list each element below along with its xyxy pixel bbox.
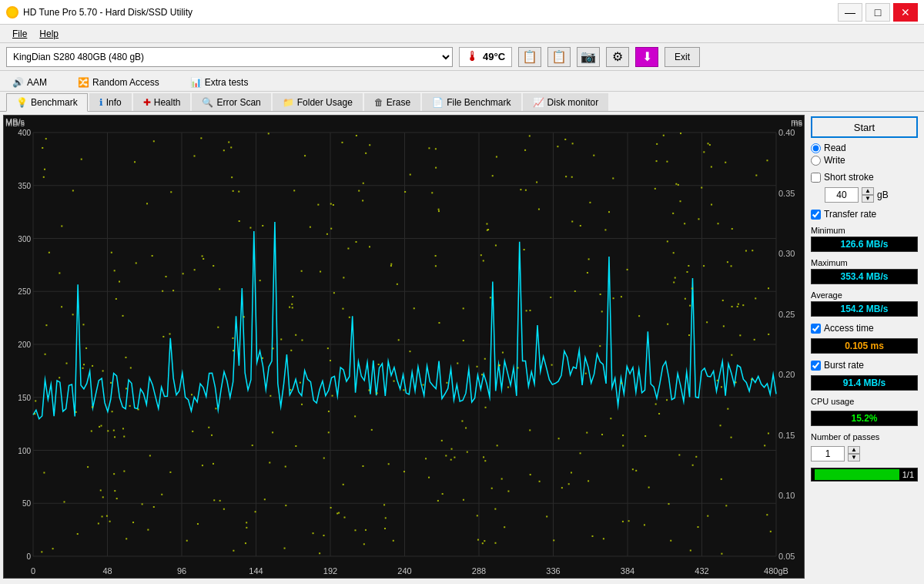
minimize-button[interactable]: — xyxy=(838,3,862,22)
short-stroke-checkbox[interactable] xyxy=(811,173,821,183)
tab-aam[interactable]: 🔊 AAM xyxy=(6,74,53,91)
burst-rate-checkbox[interactable] xyxy=(811,361,821,371)
gb-input-row: ▲ ▼ gB xyxy=(825,187,918,203)
maximum-label: Maximum xyxy=(811,258,918,267)
average-section: Average 154.2 MB/s xyxy=(811,290,918,317)
tab-info[interactable]: ℹ Info xyxy=(89,93,132,111)
cpu-usage-label: CPU usage xyxy=(811,397,918,406)
info-icon: ℹ xyxy=(99,97,103,108)
file-bench-icon: 📄 xyxy=(432,97,444,108)
write-radio-label[interactable]: Write xyxy=(811,155,918,166)
read-write-group: Read Write xyxy=(811,143,918,166)
transfer-rate-label[interactable]: Transfer rate xyxy=(811,209,918,220)
transfer-rate-checkbox[interactable] xyxy=(811,210,821,220)
progress-text: 1/1 xyxy=(902,470,914,479)
start-button[interactable]: Start xyxy=(811,116,918,138)
passes-up-button[interactable]: ▲ xyxy=(848,446,860,454)
gb-down-button[interactable]: ▼ xyxy=(862,195,874,203)
right-panel: Start Read Write Short stroke ▲ ▼ gB xyxy=(805,112,924,582)
close-button[interactable]: ✕ xyxy=(893,3,918,22)
maximize-button[interactable]: □ xyxy=(865,3,890,22)
erase-icon: 🗑 xyxy=(374,97,383,108)
average-value: 154.2 MB/s xyxy=(811,301,918,317)
random-icon: 🔀 xyxy=(78,77,89,88)
drive-select[interactable]: KingDian S280 480GB (480 gB) xyxy=(6,47,453,67)
copy-button[interactable]: 📋 xyxy=(518,47,541,67)
download-button[interactable]: ⬇ xyxy=(635,47,658,67)
gb-up-button[interactable]: ▲ xyxy=(862,187,874,195)
tabs-container: 🔊 AAM 🔀 Random Access 📊 Extra tests 💡 Be… xyxy=(0,71,924,112)
tab-benchmark[interactable]: 💡 Benchmark xyxy=(6,93,88,112)
minimum-label: Minimum xyxy=(811,226,918,235)
minimum-value: 126.6 MB/s xyxy=(811,237,918,252)
access-time-value: 0.105 ms xyxy=(811,338,918,354)
tab-disk-monitor[interactable]: 📈 Disk monitor xyxy=(523,93,609,111)
thermometer-icon: 🌡 xyxy=(466,49,480,65)
passes-input-row: ▲ ▼ xyxy=(811,446,918,461)
monitor-icon: 📈 xyxy=(533,97,544,108)
app-icon xyxy=(6,6,18,18)
access-time-checkbox[interactable] xyxy=(811,324,821,334)
tab-folder-usage[interactable]: 📁 Folder Usage xyxy=(273,93,363,111)
tab-health[interactable]: ✚ Health xyxy=(133,93,191,111)
access-time-label[interactable]: Access time xyxy=(811,323,918,334)
gb-input[interactable] xyxy=(825,187,859,203)
progress-container: 1/1 xyxy=(811,468,918,482)
tab-file-benchmark[interactable]: 📄 File Benchmark xyxy=(422,93,521,111)
title-bar: HD Tune Pro 5.70 - Hard Disk/SSD Utility… xyxy=(0,0,924,25)
passes-spinner: ▲ ▼ xyxy=(848,446,860,461)
passes-label: Number of passes xyxy=(811,432,918,441)
temperature-display: 🌡 49°C xyxy=(459,47,512,67)
average-label: Average xyxy=(811,290,918,300)
benchmark-icon: 💡 xyxy=(16,97,28,108)
cpu-usage-value: 15.2% xyxy=(811,411,918,426)
screenshot-button[interactable]: 📷 xyxy=(577,47,600,67)
tabs-row1: 🔊 AAM 🔀 Random Access 📊 Extra tests xyxy=(0,71,924,92)
menu-help[interactable]: Help xyxy=(33,27,65,41)
extra-icon: 📊 xyxy=(190,77,202,88)
maximum-section: Maximum 353.4 MB/s xyxy=(811,258,918,284)
menu-file[interactable]: File xyxy=(6,27,33,41)
main-content: MB/s ms Start Read Write Short stroke ▲ … xyxy=(0,112,924,582)
tabs-row2: 💡 Benchmark ℹ Info ✚ Health 🔍 Error Scan… xyxy=(0,92,924,111)
benchmark-chart xyxy=(4,116,804,578)
copy2-button[interactable]: 📋 xyxy=(547,47,571,67)
short-stroke-label[interactable]: Short stroke xyxy=(811,172,918,183)
settings-button[interactable]: ⚙ xyxy=(606,47,629,67)
burst-rate-label[interactable]: Burst rate xyxy=(811,360,918,371)
exit-button[interactable]: Exit xyxy=(665,47,700,67)
read-radio[interactable] xyxy=(811,143,821,153)
folder-icon: 📁 xyxy=(283,97,294,108)
toolbar: KingDian S280 480GB (480 gB) 🌡 49°C 📋 📋 … xyxy=(0,43,924,71)
burst-rate-value: 91.4 MB/s xyxy=(811,375,918,391)
progress-fill xyxy=(815,469,899,480)
tab-erase[interactable]: 🗑 Erase xyxy=(364,93,420,111)
menu-bar: File Help xyxy=(0,25,924,43)
chart-area: MB/s ms xyxy=(3,115,805,579)
tab-extra-tests[interactable]: 📊 Extra tests xyxy=(184,74,255,91)
window-controls: — □ ✕ xyxy=(838,3,918,22)
read-radio-label[interactable]: Read xyxy=(811,143,918,153)
temperature-value: 49°C xyxy=(483,51,505,62)
window-title: HD Tune Pro 5.70 - Hard Disk/SSD Utility xyxy=(23,7,192,18)
health-icon: ✚ xyxy=(143,97,151,108)
tab-error-scan[interactable]: 🔍 Error Scan xyxy=(192,93,270,111)
scan-icon: 🔍 xyxy=(202,97,213,108)
passes-down-button[interactable]: ▼ xyxy=(848,454,860,461)
minimum-section: Minimum 126.6 MB/s xyxy=(811,226,918,252)
gb-unit: gB xyxy=(877,190,889,200)
tab-random-access[interactable]: 🔀 Random Access xyxy=(72,74,166,91)
write-radio[interactable] xyxy=(811,156,821,166)
gb-spinner: ▲ ▼ xyxy=(862,187,874,203)
maximum-value: 353.4 MB/s xyxy=(811,269,918,284)
passes-input[interactable] xyxy=(811,446,845,461)
speaker-icon: 🔊 xyxy=(12,77,24,88)
